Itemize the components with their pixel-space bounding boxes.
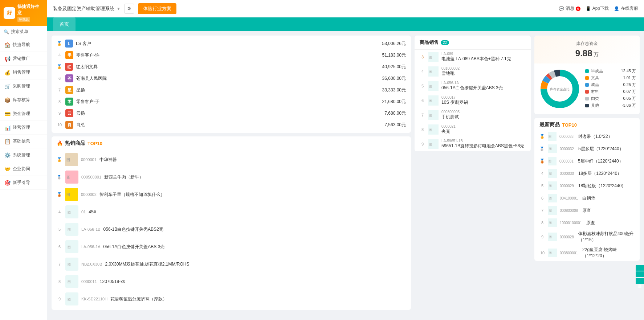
rank-number: 6 xyxy=(539,196,545,200)
prod-image: 图 xyxy=(548,194,557,202)
product-code: 0000001 xyxy=(81,157,97,162)
legend-name: 其他 xyxy=(591,103,620,108)
sidebar-item-basic-info[interactable]: 📋 基础信息 xyxy=(0,135,47,148)
cs-live-button[interactable]: 直播 xyxy=(636,278,644,284)
prod-name: 原查 xyxy=(582,208,635,214)
legend-item: 肉类 -0.05 万 xyxy=(585,96,636,101)
top-sell-item: 9 图 LA-59651-1B 59651-1B旋转投影灯电池盒ABS黑色+58… xyxy=(415,137,531,151)
inventory-icon: 📦 xyxy=(4,97,11,103)
product-image: 图 xyxy=(428,95,439,106)
new-prod-item: 🥈 图 0000032 5层多层（1220*2440） xyxy=(534,143,640,155)
legend-color xyxy=(585,83,589,87)
sidebar-item-finance[interactable]: 💳 资金管理 xyxy=(0,107,47,121)
sidebar-item-marketing[interactable]: 📢 营销推广 xyxy=(0,52,47,66)
inventory-total: 库存总资金 9.88 万 xyxy=(534,36,640,63)
tab-home[interactable]: 首页 xyxy=(53,17,76,31)
prod-name: 18多层（1220*2440） xyxy=(578,171,635,177)
sidebar-item-home[interactable]: 🏠 快捷导航 xyxy=(0,38,47,52)
product-image: 图 xyxy=(428,81,439,91)
svg-text:图: 图 xyxy=(429,143,432,146)
rank-item: 9 云 云扬 7,680.00元 xyxy=(52,107,411,119)
hot-products-title: 🔥 热销商品 TOP10 xyxy=(52,136,411,149)
svg-text:图: 图 xyxy=(549,172,552,175)
inventory-amount: 9.88 xyxy=(575,48,592,58)
hot-item: 9 图 KK-SD22110H 花语萌值温分腿裤袜（厚款） xyxy=(52,290,411,308)
search-menu-item[interactable]: 🔍 搜索菜单 xyxy=(0,26,47,38)
rank-number: 6 xyxy=(57,76,62,81)
customer-name: 零售客户-于 xyxy=(76,99,379,105)
customer-avatar: 苍 xyxy=(65,74,73,82)
legend-color xyxy=(585,76,589,80)
prod-name: 封边带（1.0*22） xyxy=(578,134,635,140)
top-selling-list: 3 图 LA-089 电池盖 LA-089 ABS本色+黑种 7.1克 4 图 xyxy=(415,50,531,151)
product-code: LA-056-1A xyxy=(441,81,526,85)
product-info: LA-056-1A 056-1A白色按键开关盖ABS 3壳 xyxy=(441,81,526,91)
rank-number: 5 xyxy=(57,227,62,231)
legend-value: -0.05 万 xyxy=(622,96,636,101)
prod-code: 10000100001 xyxy=(560,221,582,225)
gear-icon: ⚙ xyxy=(127,6,131,11)
sidebar-item-purchase[interactable]: 🛒 采购管理 xyxy=(0,79,47,93)
logo-badge: 标准版 xyxy=(17,17,30,22)
search-icon: 🔍 xyxy=(4,29,9,34)
sidebar-item-operations[interactable]: 📊 经营管理 xyxy=(0,121,47,135)
customer-name: 零售客户-许 xyxy=(76,52,379,58)
sidebar-item-guide[interactable]: 🎯 新手引导 xyxy=(0,176,47,190)
message-button[interactable]: 💬 消息 6 xyxy=(559,5,580,12)
svg-text:图: 图 xyxy=(549,184,552,188)
inventory-card: 库存总资金 9.88 万 xyxy=(534,36,640,114)
system-selector[interactable]: 装备及固定资产辅助管理系统 ▼ xyxy=(53,5,121,12)
svg-text:图: 图 xyxy=(549,147,552,151)
customer-avatar: 零 xyxy=(65,98,73,106)
logo-area: 好 畅捷通好生意 标准版 xyxy=(0,0,47,26)
rank-item: 10 肖 肖总 7,563.00元 xyxy=(52,119,411,131)
product-info: 000800005 手机测试 xyxy=(441,110,526,120)
customer-amount: 53,006.26元 xyxy=(382,41,406,47)
online-service-button[interactable]: 👤 在线客服 xyxy=(614,5,638,12)
hot-item: 5 图 LA-056-1B 056-1B白色按键开关壳ABS2壳 xyxy=(52,221,411,238)
top-selling-card: 商品销售 22 3 图 LA-089 电池盖 LA-089 ABS本色+黑种 7… xyxy=(415,36,531,151)
sidebar-item-inventory[interactable]: 📦 库存核算 xyxy=(0,93,47,107)
trial-plan-button[interactable]: 体验行业方案 xyxy=(138,3,176,14)
product-code: NB2.0X30B xyxy=(81,262,102,266)
medal-icon: 🥉 xyxy=(57,192,62,197)
svg-text:图: 图 xyxy=(549,235,552,239)
hot-products-card: 🔥 热销商品 TOP10 🏅 图 0000001 中华神器 🥈 xyxy=(52,136,411,310)
sidebar-item-system[interactable]: ⚙️ 系统管理 xyxy=(0,148,47,162)
hot-item: 🥉 图 0000002 智利车子里（规格不知道填什么） xyxy=(52,186,411,203)
new-products-list: 🏅 图 0000033 封边带（1.0*22） 🥈 图 0000032 xyxy=(534,130,640,261)
new-prod-item: 4 图 0000030 18多层（1220*2440） xyxy=(534,167,640,180)
prod-image: 图 xyxy=(548,157,557,165)
rank-number: 8 xyxy=(57,99,62,104)
svg-text:图: 图 xyxy=(68,280,71,284)
settings-button[interactable]: ⚙ xyxy=(124,4,134,14)
hot-item: 🏅 图 0000001 中华神器 xyxy=(52,151,411,168)
legend-value: 12.45 万 xyxy=(621,68,636,74)
rank-number: 7 xyxy=(539,208,545,213)
basic-info-icon: 📋 xyxy=(4,139,11,144)
product-image: 图 xyxy=(428,110,439,120)
logo-title: 畅捷通好生意 xyxy=(17,4,43,16)
sidebar-item-sales[interactable]: 💰 销售管理 xyxy=(0,66,47,79)
customer-avatar: 星 xyxy=(65,86,73,94)
product-image: 图 xyxy=(65,205,78,218)
legend-name: 成品 xyxy=(591,82,621,87)
prod-name: 原查 xyxy=(586,220,635,226)
product-name-text: 夹克 xyxy=(441,128,526,135)
prod-code: 0000031 xyxy=(559,159,574,163)
sidebar-item-collab[interactable]: 🤝 企业协同 xyxy=(0,162,47,176)
top-sell-item: 6 图 0000017 10S 变刺罗锅 xyxy=(415,93,531,108)
rank-item: 🏅 L LS 客户 53,006.26元 xyxy=(52,38,411,49)
product-name: 中华神器 xyxy=(99,157,117,163)
cs-hotline-button[interactable]: 客服热线 xyxy=(636,265,644,271)
product-image: 图 xyxy=(65,223,78,236)
svg-text:图: 图 xyxy=(66,193,70,197)
app-download-button[interactable]: 📱 App下载 xyxy=(586,5,609,12)
rank-number: 7 xyxy=(57,262,62,266)
legend-color xyxy=(585,104,589,107)
rank-item: 4 零 零售客户-许 51,183.00元 xyxy=(52,49,411,61)
sidebar-item-label: 销售管理 xyxy=(13,69,30,75)
rank-number: 9 xyxy=(420,142,425,146)
cs-community-button[interactable]: 服务社区 xyxy=(636,271,644,277)
cs-float-panel: 客服热线 服务社区 直播 xyxy=(636,265,644,284)
